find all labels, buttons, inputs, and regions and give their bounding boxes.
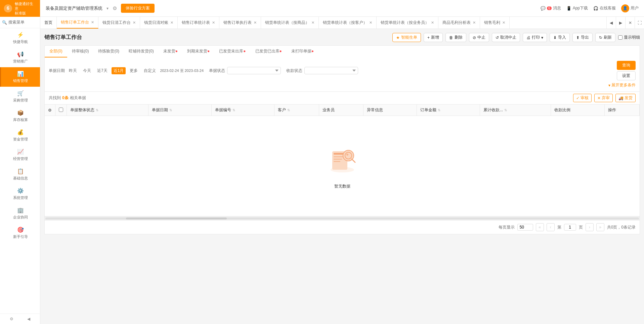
sidebar-settings-icon[interactable]: ⚙ bbox=[10, 317, 13, 321]
page-number-input[interactable] bbox=[564, 224, 576, 231]
tab-close-icon[interactable]: ✕ bbox=[311, 21, 314, 25]
new-button[interactable]: + 新增 bbox=[424, 33, 443, 42]
sort-icon[interactable]: ⇅ bbox=[96, 108, 98, 112]
filter-tab-shipped-not-out[interactable]: 已发货未出库● bbox=[214, 46, 250, 57]
stop-button[interactable]: ⊘ 中止 bbox=[469, 33, 489, 42]
prev-page-button[interactable]: ‹ bbox=[547, 223, 555, 231]
tab-close-icon[interactable]: ✕ bbox=[431, 21, 434, 25]
date-opt-today[interactable]: 今天 bbox=[81, 67, 93, 74]
tab-close-icon[interactable]: ✕ bbox=[212, 21, 215, 25]
sidebar-item-system[interactable]: ⚙️ 系统管理 bbox=[0, 184, 40, 204]
tab-sales-stats-staff[interactable]: 销货单统计表（按业务员） ✕ bbox=[377, 17, 438, 29]
filter-tab-not-shipped[interactable]: 未发货● bbox=[159, 46, 182, 57]
sort-icon[interactable]: ⇅ bbox=[504, 108, 507, 112]
filter-tab-pending-review[interactable]: 待审核(0) bbox=[67, 46, 94, 57]
tab-close-icon[interactable]: ✕ bbox=[473, 21, 476, 25]
print-button[interactable]: 🖨 打印 ▾ bbox=[523, 33, 547, 42]
app-download-action[interactable]: 📱 App下载 bbox=[566, 5, 588, 11]
user-action[interactable]: 👤 用户 bbox=[621, 4, 639, 12]
select-all-checkbox[interactable] bbox=[59, 108, 63, 112]
ship-button[interactable]: 🚚 发货 bbox=[615, 94, 636, 102]
tab-sales-exec[interactable]: 销售订单执行表 ✕ bbox=[219, 17, 261, 29]
date-options: 昨天 今天 近7天 近1月 更多 自定义 bbox=[67, 67, 158, 74]
sort-icon[interactable]: ⇅ bbox=[232, 108, 235, 112]
tab-sales-workbench[interactable]: 销售订单工作台 ✕ bbox=[57, 17, 98, 29]
message-action[interactable]: 💬 6 消息 bbox=[541, 5, 561, 11]
tab-close-icon[interactable]: ✕ bbox=[170, 21, 173, 25]
set-button[interactable]: 设置 bbox=[617, 71, 636, 80]
sort-icon[interactable]: ⇅ bbox=[438, 108, 440, 112]
last-page-button[interactable]: » bbox=[596, 223, 604, 231]
tab-close-icon[interactable]: ✕ bbox=[91, 20, 94, 25]
online-service-action[interactable]: 🎧 在线客服 bbox=[593, 5, 616, 11]
date-opt-custom[interactable]: 自定义 bbox=[142, 67, 158, 74]
first-page-button[interactable]: « bbox=[536, 223, 544, 231]
tab-cash-reconcile[interactable]: 钱货日清对账 ✕ bbox=[140, 17, 178, 29]
tab-sales-stats-product[interactable]: 销货单统计表（按商品） ✕ bbox=[261, 17, 319, 29]
date-opt-more[interactable]: 更多 bbox=[128, 67, 140, 74]
date-opt-7days[interactable]: 近7天 bbox=[95, 67, 110, 74]
scrollbar-thumb[interactable] bbox=[126, 217, 227, 219]
ai-create-button[interactable]: ★ 智能生单 bbox=[392, 33, 421, 42]
tab-close-current[interactable]: ✕ bbox=[625, 17, 635, 29]
show-detail-input[interactable] bbox=[618, 35, 622, 40]
tab-label: 销售订单执行表 bbox=[223, 20, 252, 26]
sidebar-collapse-icon[interactable]: ◀ bbox=[27, 317, 30, 321]
horizontal-scrollbar[interactable] bbox=[44, 216, 640, 220]
sidebar-item-finance[interactable]: 💰 资金管理 bbox=[0, 126, 40, 145]
tab-close-icon[interactable]: ✕ bbox=[369, 21, 372, 25]
delete-button[interactable]: 🗑 删除 bbox=[445, 33, 466, 42]
tab-sales-stats[interactable]: 销售订单统计表 ✕ bbox=[178, 17, 219, 29]
filter-tab-pending-check[interactable]: 待拣验货(0) bbox=[93, 46, 124, 57]
tab-cash-daily[interactable]: 钱货日清工作台 ✕ bbox=[98, 17, 140, 29]
export-button[interactable]: ⬆ 导出 bbox=[572, 33, 593, 42]
sort-icon[interactable]: ⇅ bbox=[287, 108, 290, 112]
expand-conditions-button[interactable]: ▾ 展开更多条件 bbox=[608, 82, 636, 88]
filter-tab-not-printed[interactable]: 未打印单据● bbox=[287, 46, 318, 57]
next-page-button[interactable]: › bbox=[586, 223, 594, 231]
show-detail-checkbox[interactable]: 显示明细 bbox=[618, 35, 640, 40]
tab-close-icon[interactable]: ✕ bbox=[502, 21, 505, 25]
page-size-select[interactable]: 50 10 20 100 bbox=[517, 224, 533, 231]
scrollbar-track[interactable] bbox=[45, 217, 639, 219]
filter-tab-overdue-ship[interactable]: 到期未发货● bbox=[182, 46, 214, 57]
settings-icon[interactable]: ⚙ bbox=[48, 108, 52, 113]
sidebar-item-purchase[interactable]: 🛒 采购管理 bbox=[0, 87, 40, 106]
refresh-button[interactable]: ↻ 刷新 bbox=[595, 33, 615, 42]
sort-icon[interactable]: ⇅ bbox=[169, 108, 172, 112]
tab-nav-prev[interactable]: ◀ bbox=[606, 17, 616, 29]
date-opt-month[interactable]: 近1月 bbox=[112, 67, 126, 74]
sidebar-item-basic-info[interactable]: 📋 基础信息 bbox=[0, 165, 40, 184]
filter-tab-all[interactable]: 全部(0) bbox=[45, 46, 67, 57]
sidebar-item-quick-nav[interactable]: ⚡ 快捷导航 bbox=[0, 28, 40, 48]
filter-tab-wangpu-ship[interactable]: 旺铺待发货(0) bbox=[124, 46, 159, 57]
industry-solution-button[interactable]: 体验行业方案 bbox=[121, 4, 155, 13]
import-button[interactable]: ⬇ 导入 bbox=[550, 33, 570, 42]
tab-fullscreen[interactable]: ⛶ bbox=[635, 17, 644, 29]
query-button[interactable]: 查询 bbox=[617, 61, 636, 70]
tab-home[interactable]: 首页 bbox=[40, 17, 57, 29]
sidebar-item-enterprise[interactable]: 🏢 企业协同 bbox=[0, 204, 40, 223]
tab-sales-profit[interactable]: 销售毛利 ✕ bbox=[480, 17, 510, 29]
filter-tab-shipped-out[interactable]: 已发货已出库● bbox=[251, 46, 287, 57]
tab-close-icon[interactable]: ✕ bbox=[254, 21, 257, 25]
status-select[interactable] bbox=[227, 67, 281, 74]
date-opt-yesterday[interactable]: 昨天 bbox=[67, 67, 79, 74]
gear-icon[interactable]: ⚙ bbox=[113, 5, 117, 11]
sidebar-item-inventory[interactable]: 📦 库存核算 bbox=[0, 106, 40, 126]
review-button[interactable]: ✓ 审核 bbox=[573, 94, 592, 102]
tab-product-margin[interactable]: 商品毛利分析表 ✕ bbox=[438, 17, 480, 29]
cancel-stop-button[interactable]: ↺ 取消中止 bbox=[492, 33, 520, 42]
svg-rect-5 bbox=[334, 156, 344, 157]
sidebar-item-guide[interactable]: 🎯 新手引导 bbox=[0, 223, 40, 243]
cancel-review-button[interactable]: ✕ 弃审 bbox=[594, 94, 613, 102]
tab-nav-next[interactable]: ▶ bbox=[616, 17, 625, 29]
sidebar-item-operation[interactable]: 📈 经营管理 bbox=[0, 145, 40, 165]
tab-sales-stats-customer[interactable]: 销货单统计表（按客户） ✕ bbox=[319, 17, 377, 29]
sidebar-item-sales[interactable]: 📊 销售管理 bbox=[0, 67, 40, 87]
sidebar-item-marketing[interactable]: 📢 营销推广 bbox=[0, 48, 40, 67]
chevron-down-icon[interactable]: ▾ bbox=[106, 6, 109, 11]
payment-select[interactable] bbox=[304, 67, 358, 74]
tab-close-icon[interactable]: ✕ bbox=[133, 21, 136, 25]
sidebar-search-menu[interactable]: 🔍 搜索菜单 bbox=[0, 17, 40, 28]
